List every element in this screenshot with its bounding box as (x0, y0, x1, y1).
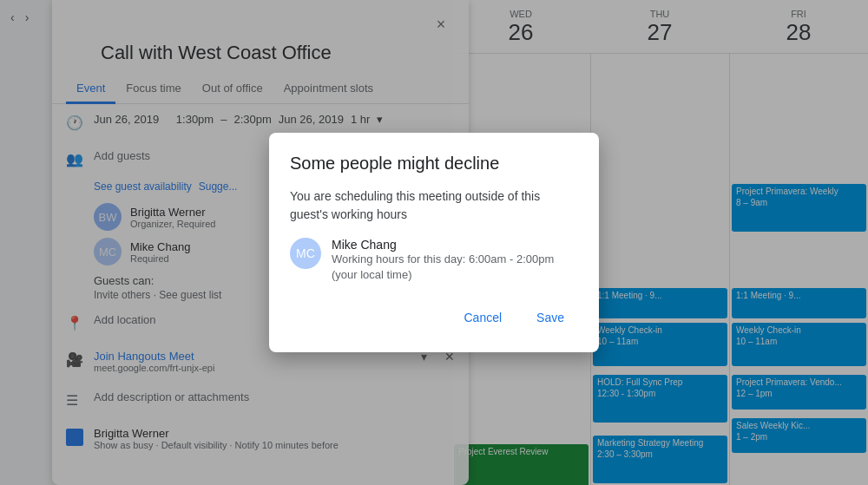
dialog-guest-info: Working hours for this day: 6:00am - 2:0… (332, 252, 578, 283)
dialog-overlay: Some people might decline You are schedu… (0, 0, 868, 485)
dialog-actions: Cancel Save (290, 304, 578, 331)
dialog-title: Some people might decline (290, 154, 578, 174)
dialog-guest-details: Mike Chang Working hours for this day: 6… (332, 238, 578, 283)
dialog-guest-name: Mike Chang (332, 238, 578, 252)
save-button[interactable]: Save (523, 304, 578, 331)
dialog-guest: MC Mike Chang Working hours for this day… (290, 238, 578, 283)
dialog-guest-avatar: MC (290, 238, 321, 269)
cancel-button[interactable]: Cancel (450, 304, 516, 331)
decline-dialog: Some people might decline You are schedu… (269, 133, 599, 352)
dialog-body: You are scheduling this meeting outside … (290, 187, 578, 224)
